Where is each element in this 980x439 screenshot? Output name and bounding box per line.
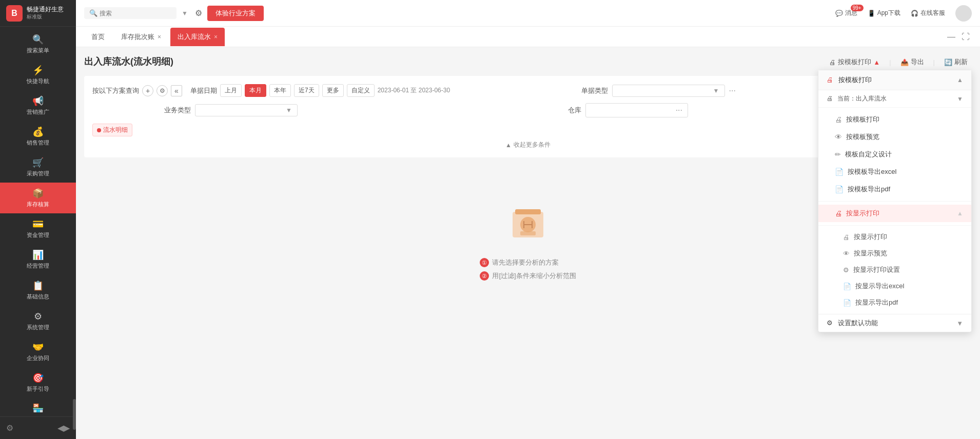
- display-print-icon: 🖨: [843, 233, 850, 241]
- doc-type-more-icon[interactable]: ···: [729, 86, 736, 95]
- topbar-search-box[interactable]: 🔍: [84, 7, 177, 19]
- display-print-settings-icon: ⚙: [843, 266, 849, 274]
- dropdown-display-section-header: 🖨 按显示打印 ▲: [818, 202, 971, 226]
- logo-name: 畅捷通好生意: [27, 6, 64, 14]
- filter-scheme-button[interactable]: ⚙: [156, 85, 168, 96]
- settings-icon[interactable]: ⚙: [6, 423, 13, 433]
- display-print-header-label: 按显示打印: [846, 209, 879, 218]
- shortcut-icon: ⚡: [32, 65, 44, 76]
- industry-solution-button[interactable]: 体验行业方案: [207, 6, 264, 21]
- refresh-button[interactable]: 🔄 刷新: [940, 55, 972, 69]
- search-icon: 🔍: [89, 9, 97, 17]
- warehouse-select[interactable]: ···: [585, 103, 688, 117]
- tab-home[interactable]: 首页: [84, 28, 112, 46]
- dropdown-current-chevron-icon[interactable]: ▼: [957, 95, 963, 103]
- guide-label: 新手引导: [27, 385, 49, 393]
- sidebar-item-search[interactable]: 🔍 搜索菜单: [0, 29, 76, 59]
- date-label: 单据日期: [190, 86, 217, 95]
- current-year-button[interactable]: 本年: [269, 84, 291, 97]
- user-avatar[interactable]: [955, 5, 972, 22]
- dropdown-template-preview[interactable]: 👁 按模板预览: [818, 128, 971, 146]
- active-filter-tag[interactable]: 流水明细: [92, 124, 132, 136]
- topbar-chevron-icon[interactable]: ▼: [182, 10, 188, 17]
- sidebar-item-finance[interactable]: 💳 资金管理: [0, 213, 76, 244]
- dropdown-footer-settings[interactable]: ⚙ 设置默认功能 ▼: [818, 314, 971, 332]
- collapse-more-button[interactable]: ▲ 收起更多条件: [505, 141, 551, 149]
- last-7-days-button[interactable]: 近7天: [294, 84, 319, 97]
- collapse-sidebar-icon[interactable]: ◀▶: [57, 423, 70, 433]
- sidebar-item-guide[interactable]: 🎯 新手引导: [0, 367, 76, 398]
- dropdown-display-print-header[interactable]: 🖨 按显示打印 ▲: [818, 205, 971, 222]
- custom-date-button[interactable]: 自定义: [347, 84, 375, 97]
- dropdown-template-customize[interactable]: ✏ 模板自定义设计: [818, 146, 971, 163]
- dropdown-display-sub-section: 🖨 按显示打印 👁 按显示预览 ⚙ 按显示打印设置 📄 按显示导出excel 📄: [818, 226, 971, 314]
- filter-add-button[interactable]: +: [142, 85, 153, 96]
- message-icon: 💬: [835, 10, 843, 17]
- display-print-arrow-icon: ▲: [957, 210, 963, 217]
- export-button[interactable]: 📤 导出: [896, 55, 928, 69]
- sidebar-item-sales[interactable]: 💰 销售管理: [0, 121, 76, 152]
- right-toolbar: 🖨 按模板打印 ▲ | 📤 导出 | 🔄 刷新: [825, 55, 972, 69]
- dropdown-header-chevron-icon[interactable]: ▲: [957, 76, 963, 84]
- tabs-maximize-button[interactable]: ⛶: [959, 30, 972, 44]
- tab-flow-close[interactable]: ×: [214, 34, 218, 40]
- sidebar-item-appstore[interactable]: 🏪 应用中心: [0, 398, 76, 412]
- sidebar-item-shortcut[interactable]: ⚡ 快捷导航: [0, 59, 76, 90]
- refresh-label: 刷新: [954, 57, 968, 67]
- business-type-label: 业务类型: [164, 106, 191, 115]
- appstore-icon: 🏪: [32, 403, 44, 412]
- finance-label: 资金管理: [27, 231, 49, 239]
- sidebar-item-operations[interactable]: 📊 经营管理: [0, 244, 76, 275]
- sidebar-nav: 🔍 搜索菜单 ⚡ 快捷导航 📢 营销推广 💰 销售管理 🛒 采购管理 📦 库存核…: [0, 27, 76, 412]
- tab-batch-account-close[interactable]: ×: [158, 34, 161, 40]
- online-service-label: 在线客服: [920, 9, 945, 17]
- tabs-minimize-button[interactable]: —: [945, 30, 957, 44]
- filter-collapse-button[interactable]: «: [171, 85, 182, 96]
- app-download-label: App下载: [877, 9, 900, 17]
- tab-flow[interactable]: 出入库流水 ×: [170, 28, 225, 46]
- dropdown-display-print[interactable]: 🖨 按显示打印: [818, 229, 971, 245]
- warehouse-more-icon: ···: [676, 106, 682, 115]
- inventory-icon: 📦: [32, 188, 44, 199]
- dropdown-display-print-settings[interactable]: ⚙ 按显示打印设置: [818, 262, 971, 278]
- topbar-gear-icon[interactable]: ⚙: [195, 8, 202, 18]
- more-date-button[interactable]: 更多: [322, 84, 344, 97]
- app-download-button[interactable]: 📱 App下载: [868, 9, 900, 17]
- sidebar-item-system[interactable]: ⚙ 系统管理: [0, 306, 76, 336]
- basic-icon: 📋: [32, 280, 44, 291]
- guide-icon: 🎯: [32, 372, 44, 384]
- sidebar-item-marketing[interactable]: 📢 营销推广: [0, 90, 76, 121]
- dropdown-template-print[interactable]: 🖨 按模板打印: [818, 111, 971, 128]
- online-service-button[interactable]: 🎧 在线客服: [911, 9, 945, 17]
- prev-month-button[interactable]: 上月: [220, 84, 242, 97]
- enterprise-label: 企业协同: [27, 354, 49, 362]
- message-button[interactable]: 💬 消息 99+: [835, 9, 857, 17]
- footer-chevron-icon: ▼: [956, 320, 963, 327]
- current-month-button[interactable]: 本月: [245, 84, 266, 97]
- template-print-label: 按模板打印: [846, 115, 879, 124]
- dropdown-template-export-excel[interactable]: 📄 按模板导出excel: [818, 163, 971, 181]
- logo-icon: B: [6, 5, 23, 22]
- dropdown-template-export-pdf[interactable]: 📄 按模板导出pdf: [818, 181, 971, 198]
- search-label: 搜索菜单: [27, 47, 49, 54]
- tab-batch-account[interactable]: 库存批次账 ×: [114, 28, 168, 46]
- printer-icon-small: 🖨: [827, 95, 833, 102]
- sidebar-item-purchase[interactable]: 🛒 采购管理: [0, 152, 76, 183]
- print-chevron-up-icon: ▲: [873, 58, 880, 66]
- empty-illustration: [502, 196, 554, 248]
- dropdown-display-export-excel[interactable]: 📄 按显示导出excel: [818, 278, 971, 294]
- sidebar-item-inventory[interactable]: 📦 库存核算: [0, 183, 76, 213]
- doc-type-select[interactable]: ▼: [612, 85, 725, 97]
- toolbar-separator: |: [889, 58, 891, 66]
- sidebar-item-basic[interactable]: 📋 基础信息: [0, 275, 76, 306]
- business-type-select[interactable]: ▼: [195, 104, 298, 116]
- empty-tips: ① 请先选择要分析的方案 ② 用[过滤]条件来缩小分析范围: [480, 256, 576, 283]
- display-print-label: 按显示打印: [854, 232, 887, 242]
- dropdown-display-export-pdf[interactable]: 📄 按显示导出pdf: [818, 294, 971, 311]
- tab-flow-label: 出入库流水: [178, 32, 211, 42]
- display-preview-icon: 👁: [843, 250, 850, 257]
- sidebar-item-enterprise[interactable]: 🤝 企业协同: [0, 336, 76, 367]
- search-input[interactable]: [100, 10, 161, 17]
- print-button[interactable]: 🖨 按模板打印 ▲: [825, 55, 884, 69]
- dropdown-display-preview[interactable]: 👁 按显示预览: [818, 245, 971, 262]
